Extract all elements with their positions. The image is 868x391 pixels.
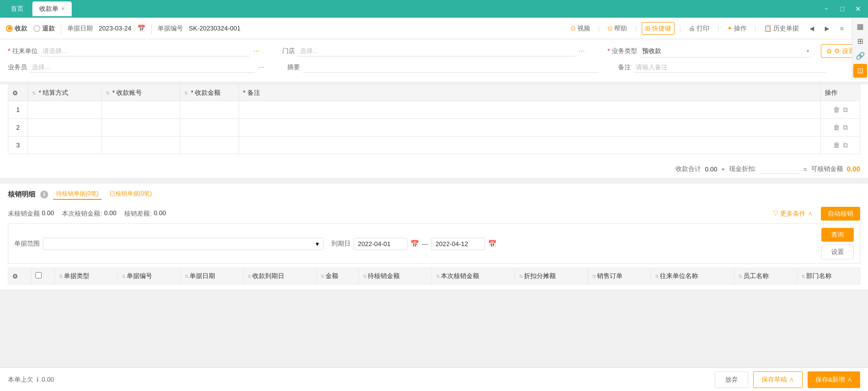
nav-prev-btn[interactable]: ◀ xyxy=(807,24,817,33)
tab-active[interactable]: 收款单 × xyxy=(32,1,72,16)
biz-type-dropdown[interactable]: 预收款 ▾ xyxy=(640,45,811,57)
row-delete-icon[interactable]: 🗑 xyxy=(833,123,840,132)
history-btn[interactable]: 📋 历史单据 xyxy=(761,23,802,34)
query-btn[interactable]: 查询 xyxy=(821,228,854,242)
select-all-checkbox[interactable] xyxy=(35,272,42,279)
table-section: ⚙ ⇅ * 结算方式 ⇅ * 收款账号 ⇅ * 收款金额 * 备注 操作 xyxy=(0,84,868,160)
verif-info-icon[interactable]: ℹ xyxy=(40,191,48,198)
bottom-col-header: ⇅本次核销金额 xyxy=(432,268,515,284)
operation-icon: ✦ xyxy=(727,25,732,32)
bottom-col-check[interactable] xyxy=(31,268,55,284)
verif-done-tab[interactable]: 已核销单据(0笔) xyxy=(107,189,155,200)
date-icon[interactable]: 📅 xyxy=(137,25,145,32)
sidebar-icon-2[interactable]: ⊞ xyxy=(853,34,867,48)
more-cond-btn[interactable]: ▽ 更多条件 ∧ xyxy=(772,209,813,218)
store-more-icon[interactable]: ··· xyxy=(575,47,588,56)
row-copy-icon[interactable]: ⧉ xyxy=(843,106,848,114)
operation-btn[interactable]: ✦ 操作 xyxy=(724,23,750,34)
row-amount[interactable] xyxy=(180,137,239,154)
draft-btn[interactable]: 保存草稿 ∧ xyxy=(753,371,803,388)
discard-btn[interactable]: 放弃 xyxy=(715,371,748,388)
salesperson-more-icon[interactable]: ··· xyxy=(255,63,267,72)
bottom-col-header: ⇅折扣分摊额 xyxy=(515,268,588,284)
tab-home[interactable]: 首页 xyxy=(4,1,30,16)
row-copy-icon[interactable]: ⧉ xyxy=(843,141,848,149)
bottom-col-settings[interactable]: ⚙ xyxy=(8,268,31,284)
row-op: 🗑 ⧉ xyxy=(821,119,860,137)
radio-refund[interactable]: 退款 xyxy=(33,24,55,33)
row-amount[interactable] xyxy=(180,101,239,119)
available-label: 可核销金额 xyxy=(811,165,843,173)
row-account[interactable] xyxy=(102,119,180,137)
salesperson-input[interactable] xyxy=(30,62,255,73)
summary-input[interactable] xyxy=(303,62,598,73)
store-label: 门店 xyxy=(282,47,298,56)
number-value: SK-20230324-001 xyxy=(189,25,241,32)
bottom-col-header: ⇅销售订单 xyxy=(588,268,651,284)
table-settings-icon[interactable]: ⚙ xyxy=(12,89,18,97)
right-sidebar: ▦ ⊞ 🔗 ⊡ xyxy=(852,18,868,80)
print-icon: 🖨 xyxy=(689,25,695,32)
date-end-input[interactable] xyxy=(431,238,485,250)
col-settings-header[interactable]: ⚙ xyxy=(8,85,28,101)
print-btn[interactable]: 🖨 打印 xyxy=(686,23,712,34)
video-btn[interactable]: ⊙ 视频 xyxy=(568,23,593,34)
row-remark[interactable] xyxy=(239,137,821,154)
maximize-btn[interactable]: □ xyxy=(838,4,847,14)
toolbar-divider-1 xyxy=(61,23,61,34)
date-dash: — xyxy=(422,240,428,248)
row-settle[interactable] xyxy=(28,101,102,119)
diff-value: 0.00 xyxy=(154,209,166,218)
row-delete-icon[interactable]: 🗑 xyxy=(833,141,840,149)
footer: 本单上欠 ℹ 0.00 放弃 保存草稿 ∧ 保存&新增 ∧ xyxy=(0,367,868,391)
minimize-btn[interactable]: － xyxy=(820,3,833,14)
sidebar-icon-3[interactable]: 🔗 xyxy=(853,49,867,63)
save-new-btn[interactable]: 保存&新增 ∧ xyxy=(808,371,860,388)
row-account[interactable] xyxy=(102,101,180,119)
remark-input[interactable] xyxy=(634,62,826,73)
sidebar-icon-1[interactable]: ▦ xyxy=(853,20,867,33)
sidebar-icon-4[interactable]: ⊡ xyxy=(853,64,867,78)
cal-end-icon[interactable]: 📅 xyxy=(488,240,496,248)
tab-active-label: 收款单 xyxy=(39,4,58,13)
auto-verif-btn[interactable]: 自动核销 xyxy=(821,207,860,221)
store-input[interactable] xyxy=(298,46,575,56)
row-remark[interactable] xyxy=(239,101,821,119)
date-start-input[interactable] xyxy=(353,238,407,250)
form-row-1: * 往来单位 ··· 门店 ··· * 业务类型 预收款 ▾ ⚙ xyxy=(8,44,860,58)
menu-icon[interactable]: ≡ xyxy=(837,24,846,33)
help-btn[interactable]: ⊙ 帮助 xyxy=(604,23,630,34)
date-filter-field: 到期日 📅 — 📅 xyxy=(331,238,496,250)
biz-type-field: * 业务类型 预收款 ▾ xyxy=(607,45,811,57)
unchecked-label: 未核销金额 xyxy=(8,209,40,218)
radio-receive[interactable]: 收款 xyxy=(6,24,27,33)
verif-pending-tab[interactable]: 待核销单据(0笔) xyxy=(53,189,102,200)
row-op: 🗑 ⧉ xyxy=(821,101,860,119)
shortcut-btn[interactable]: ⊞ 快捷键 xyxy=(642,22,675,35)
settings-gear-icon: ⚙ xyxy=(826,48,832,55)
row-remark[interactable] xyxy=(239,119,821,137)
bottom-col-header: ⇅往来单位名称 xyxy=(651,268,734,284)
row-copy-icon[interactable]: ⧉ xyxy=(843,123,848,132)
range-label: 单据范围 xyxy=(14,239,40,248)
row-settle[interactable] xyxy=(28,137,102,154)
close-btn[interactable]: ✕ xyxy=(852,4,864,14)
partner-input[interactable] xyxy=(41,46,250,56)
row-settle[interactable] xyxy=(28,119,102,137)
toolbar: 收款 退款 单据日期 2023-03-24 📅 单据编号 SK-20230324… xyxy=(0,18,868,39)
discount-input[interactable] xyxy=(760,164,799,174)
cal-start-icon[interactable]: 📅 xyxy=(410,240,419,248)
range-select[interactable]: ▾ xyxy=(43,238,324,250)
verif-header: 核销明细 ℹ 待核销单据(0笔) 已核销单据(0笔) xyxy=(8,189,860,200)
store-field: 门店 ··· xyxy=(282,46,588,56)
row-account[interactable] xyxy=(102,137,180,154)
row-amount[interactable] xyxy=(180,119,239,137)
date-value[interactable]: 2023-03-24 xyxy=(99,25,132,32)
filter-settings-btn[interactable]: 设置 xyxy=(821,245,854,259)
tab-close-icon[interactable]: × xyxy=(61,5,65,12)
diff-label: 核销差额: xyxy=(124,209,152,218)
footer-info-icon[interactable]: ℹ xyxy=(36,376,39,383)
row-delete-icon[interactable]: 🗑 xyxy=(833,106,840,114)
nav-next-btn[interactable]: ▶ xyxy=(822,24,832,33)
partner-more-icon[interactable]: ··· xyxy=(250,47,262,56)
